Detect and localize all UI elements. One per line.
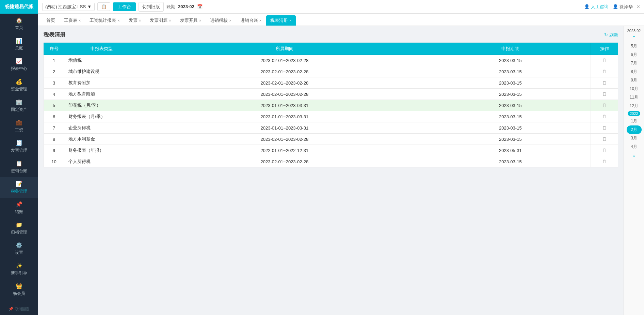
sidebar-item-tax[interactable]: 📝 税务管理	[0, 177, 38, 198]
cell-no: 4	[44, 89, 64, 100]
close-button[interactable]: ×	[637, 4, 640, 10]
action-icon[interactable]: 🗒	[602, 103, 607, 108]
action-icon[interactable]: 🗒	[602, 114, 607, 119]
tab-home[interactable]: 首页	[42, 15, 59, 26]
sidebar-item-fund[interactable]: 💰 资金管理	[0, 75, 38, 95]
sidebar-item-label: 报表中心	[11, 66, 27, 72]
sidebar-item-settle[interactable]: 📌 结账	[0, 198, 38, 218]
ai-consult[interactable]: 👤 人工咨询	[584, 4, 609, 10]
sidebar-item-asset[interactable]: 🏢 固定资产	[0, 95, 38, 116]
sidebar-item-label: 畅会员	[13, 291, 25, 297]
sidebar-item-invoice[interactable]: 🧾 发票管理	[0, 136, 38, 157]
cell-action: 🗒	[591, 156, 618, 167]
sidebar-item-guide[interactable]: ✨ 新手引导	[0, 259, 38, 280]
tab-purchase-ledger[interactable]: 进销台账 ×	[236, 15, 265, 26]
cell-action: 🗒	[591, 134, 618, 145]
sidebar-item-report[interactable]: 📈 报表中心	[0, 55, 38, 75]
refresh-button[interactable]: ↻ 刷新	[604, 32, 618, 38]
tab-salary-report-close[interactable]: ×	[117, 18, 119, 22]
cell-deadline: 2023-03-15	[430, 122, 591, 134]
archive-icon: 📁	[16, 222, 22, 228]
tab-invoice[interactable]: 发票 ×	[125, 15, 145, 26]
sidebar-item-label: 结账	[15, 209, 23, 215]
sidebar-item-settings[interactable]: ⚙️ 设置	[0, 239, 38, 259]
calendar-month-4[interactable]: 4月	[627, 142, 642, 151]
tab-invoice-calc-close[interactable]: ×	[169, 18, 171, 22]
sidebar-item-ledger[interactable]: 📊 总账	[0, 34, 38, 55]
sidebar: 畅捷通易代账 🏠 首页 📊 总账 📈 报表中心 💰 资金管理 🏢 固定资产 💼 …	[0, 0, 38, 315]
sidebar-item-member[interactable]: 👑 畅会员	[0, 280, 38, 300]
workbench-button[interactable]: 工作台	[113, 2, 136, 11]
action-icon[interactable]: 🗒	[602, 136, 607, 142]
calendar-month-1[interactable]: 1月	[627, 117, 642, 125]
unpin-footer[interactable]: 📌 取消固定	[0, 303, 38, 315]
table-row: 1 增值税 2023-02-01~2023-02-28 2023-03-15 🗒	[44, 55, 618, 66]
tab-salary-close[interactable]: ×	[79, 18, 81, 22]
page-header: 税表清册 ↻ 刷新	[44, 31, 618, 39]
cell-type: 城市维护建设税	[64, 66, 139, 77]
action-icon[interactable]: 🗒	[602, 91, 607, 97]
tab-invoice-open-label: 发票开具	[180, 17, 198, 24]
sidebar-item-purchase[interactable]: 📋 进销台账	[0, 157, 38, 177]
action-icon[interactable]: 🗒	[602, 69, 607, 74]
table-row: 9 财务报表（年报） 2022-01-01~2022-12-31 2023-05…	[44, 145, 618, 156]
copy-button[interactable]: 📋	[97, 2, 110, 11]
action-icon[interactable]: 🗒	[602, 148, 607, 153]
calendar-month-8[interactable]: 8月	[627, 68, 642, 76]
action-icon[interactable]: 🗒	[602, 58, 607, 63]
sidebar-item-salary[interactable]: 💼 工资	[0, 116, 38, 136]
calendar-month-5[interactable]: 5月	[627, 42, 642, 50]
tab-salary-report-label: 工资统计报表	[90, 17, 116, 24]
tab-salary-report[interactable]: 工资统计报表 ×	[85, 15, 124, 26]
copy-icon: 📋	[101, 4, 107, 9]
sidebar-item-label: 进销台账	[11, 168, 27, 174]
calendar-month-3[interactable]: 3月	[627, 134, 642, 142]
calendar-month-10[interactable]: 10月	[627, 85, 642, 93]
calendar-month-7[interactable]: 7月	[627, 59, 642, 68]
user-name[interactable]: 👤 徐泽华	[613, 4, 633, 10]
sidebar-item-home[interactable]: 🏠 首页	[0, 14, 38, 34]
cell-action: 🗒	[591, 77, 618, 89]
tab-invoice-calc[interactable]: 发票测算 ×	[146, 15, 175, 26]
sidebar-item-label: 总账	[15, 45, 23, 51]
action-icon[interactable]: 🗒	[602, 125, 607, 131]
salary-icon: 💼	[16, 119, 22, 126]
action-icon[interactable]: 🗒	[602, 159, 607, 164]
cell-deadline: 2023-05-31	[430, 145, 591, 156]
cell-period: 2023-01-01~2023-03-31	[139, 100, 430, 111]
calendar-icon[interactable]: 📅	[197, 4, 203, 9]
tabbar: 首页 工资表 × 工资统计报表 × 发票 × 发票测算 × 发票开具 × 进销稽…	[38, 14, 644, 26]
cell-deadline: 2023-03-15	[430, 156, 591, 167]
sidebar-item-archive[interactable]: 📁 归档管理	[0, 218, 38, 239]
tab-invoice-close[interactable]: ×	[139, 18, 141, 22]
cell-deadline: 2023-03-15	[430, 55, 591, 66]
calendar-up-button[interactable]: ⌃	[631, 34, 637, 42]
company-selector[interactable]: (勿动) 江西服宝-LSS ▼	[42, 3, 95, 11]
tab-invoice-open-close[interactable]: ×	[199, 18, 201, 22]
calendar-down-button[interactable]: ⌄	[631, 151, 637, 159]
cell-deadline: 2023-03-15	[430, 66, 591, 77]
cell-no: 1	[44, 55, 64, 66]
calendar-month-12[interactable]: 12月	[627, 102, 642, 110]
calendar-month-2-active[interactable]: 2月	[627, 125, 642, 134]
tab-tax-list-close[interactable]: ×	[289, 18, 291, 22]
calendar-month-9[interactable]: 9月	[627, 76, 642, 85]
cell-period: 2023-02-01~2023-02-28	[139, 77, 430, 89]
tab-invoice-open[interactable]: 发票开具 ×	[176, 15, 205, 26]
tax-icon: 📝	[16, 181, 22, 187]
fund-icon: 💰	[16, 78, 22, 85]
calendar-month-6[interactable]: 6月	[627, 50, 642, 59]
cell-no: 7	[44, 122, 64, 134]
action-icon[interactable]: 🗒	[602, 80, 607, 86]
tab-purchase-check[interactable]: 进销稽核 ×	[206, 15, 235, 26]
cell-period: 2023-01-01~2023-03-31	[139, 111, 430, 122]
pin-icon: 📌	[9, 307, 13, 311]
tab-invoice-label: 发票	[129, 17, 138, 24]
switch-old-button[interactable]: 切到旧版	[139, 2, 164, 12]
cell-period: 2023-01-01~2023-03-31	[139, 122, 430, 134]
tab-purchase-ledger-close[interactable]: ×	[259, 18, 261, 22]
calendar-month-11[interactable]: 11月	[627, 93, 642, 102]
tab-tax-list[interactable]: 税表清册 ×	[266, 15, 295, 26]
tab-purchase-check-close[interactable]: ×	[229, 18, 231, 22]
tab-salary[interactable]: 工资表 ×	[60, 15, 85, 26]
